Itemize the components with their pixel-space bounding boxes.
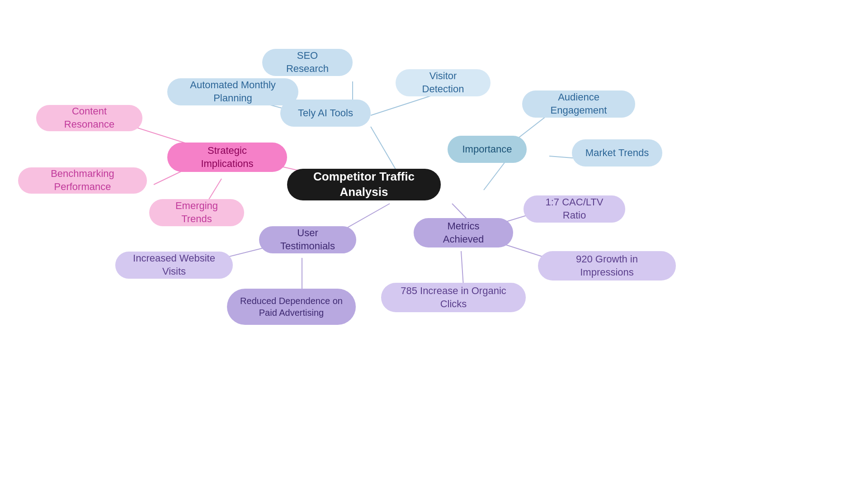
reduced-dependence-node: Reduced Dependence on Paid Advertising xyxy=(227,289,356,325)
market-trends-node: Market Trends xyxy=(572,139,662,167)
svg-line-14 xyxy=(461,251,463,286)
visitor-detection-node: Visitor Detection xyxy=(396,69,491,96)
center-node: Competitor Traffic Analysis xyxy=(287,169,441,200)
strategic-implications-node: Strategic Implications xyxy=(167,143,287,172)
importance-node: Importance xyxy=(448,136,527,163)
content-resonance-node: Content Resonance xyxy=(36,105,142,131)
growth-impressions-node: 920 Growth in Impressions xyxy=(538,251,676,281)
benchmarking-node: Benchmarking Performance xyxy=(18,167,147,194)
automated-monthly-node: Automated Monthly Planning xyxy=(167,78,298,105)
emerging-trends-node: Emerging Trends xyxy=(149,199,244,226)
organic-clicks-node: 785 Increase in Organic Clicks xyxy=(381,283,526,312)
seo-research-node: SEO Research xyxy=(262,49,353,76)
increased-visits-node: Increased Website Visits xyxy=(115,252,233,279)
audience-engagement-node: Audience Engagement xyxy=(522,90,635,118)
user-testimonials-node: User Testimonials xyxy=(259,226,356,253)
tely-ai-tools-node: Tely AI Tools xyxy=(280,100,371,127)
metrics-achieved-node: Metrics Achieved xyxy=(414,218,513,247)
cac-ltv-node: 1:7 CAC/LTV Ratio xyxy=(524,195,625,223)
